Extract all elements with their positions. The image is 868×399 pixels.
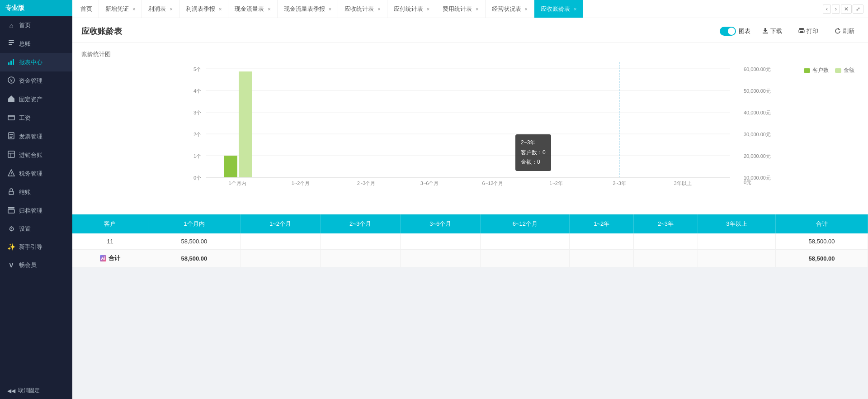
sidebar-item-fund[interactable]: ¥ 资金管理 xyxy=(0,71,72,90)
refresh-btn[interactable]: 刷新 xyxy=(830,25,859,37)
report-icon xyxy=(7,58,15,66)
tab-label: 费用统计表 xyxy=(443,5,472,13)
total-cell-y3plus xyxy=(698,250,775,267)
salary-icon xyxy=(7,114,15,122)
tab-expense-stats[interactable]: 费用统计表 × xyxy=(436,0,485,18)
print-btn[interactable]: 打印 xyxy=(794,25,823,37)
tab-label: 应收统计表 xyxy=(344,5,374,13)
aging-table: 客户 1个月内 1~2个月 2~3个月 3~6个月 6~12个月 1~2年 2~… xyxy=(72,214,868,267)
sidebar-item-guide[interactable]: ✨ 新手引导 xyxy=(0,238,72,256)
svg-text:3年以上: 3年以上 xyxy=(674,180,691,186)
sidebar-item-label: 结账 xyxy=(19,188,31,196)
sidebar-collapse-btn[interactable]: ◀◀ 取消固定 xyxy=(0,382,72,399)
tab-close-icon[interactable]: × xyxy=(170,6,172,12)
tab-profit[interactable]: 利润表 × xyxy=(142,0,179,18)
tab-close-icon[interactable]: × xyxy=(329,6,331,12)
svg-rect-2 xyxy=(9,44,12,45)
tab-label: 新增凭证 xyxy=(105,5,129,13)
tab-label: 应收账龄表 xyxy=(541,5,570,13)
tab-label: 首页 xyxy=(80,5,92,13)
cell-y3plus xyxy=(698,233,775,250)
cell-m612 xyxy=(481,233,570,250)
svg-text:0个: 0个 xyxy=(193,175,201,180)
tab-cashflow[interactable]: 现金流量表 × xyxy=(228,0,277,18)
legend-amount-label: 金额 xyxy=(844,66,854,74)
tab-operations[interactable]: 经营状况表 × xyxy=(486,0,534,18)
print-label: 打印 xyxy=(807,27,818,35)
sidebar-item-label: 新手引导 xyxy=(19,243,42,251)
sidebar-item-label: 固定资产 xyxy=(19,95,42,104)
tab-close-icon[interactable]: × xyxy=(476,6,478,12)
svg-rect-28 xyxy=(800,31,803,33)
col-header-m23: 2~3个月 xyxy=(321,214,401,233)
page-header: 应收账龄表 图表 下载 打印 xyxy=(72,18,868,43)
svg-rect-25 xyxy=(763,33,768,33)
tab-close-all-btn[interactable]: ✕ xyxy=(841,5,852,14)
refresh-icon xyxy=(835,28,841,35)
svg-marker-9 xyxy=(8,95,14,99)
tab-new-voucher[interactable]: 新增凭证 × xyxy=(99,0,142,18)
sidebar-item-salary[interactable]: 工资 xyxy=(0,109,72,127)
sidebar-item-home[interactable]: ⌂ 首页 xyxy=(0,16,72,34)
tab-close-icon[interactable]: × xyxy=(132,6,135,12)
tab-label: 现金流量表季报 xyxy=(284,5,325,13)
download-btn[interactable]: 下载 xyxy=(758,25,787,37)
total-label-text: 合计 xyxy=(108,254,120,262)
svg-text:1个: 1个 xyxy=(193,153,201,159)
ledger-icon xyxy=(7,39,15,48)
sidebar-item-ledger[interactable]: 总账 xyxy=(0,34,72,53)
sidebar-item-settings[interactable]: ⚙ 设置 xyxy=(0,220,72,238)
total-cell-m23 xyxy=(321,250,401,267)
invoice-icon xyxy=(7,132,15,141)
tab-close-icon[interactable]: × xyxy=(427,6,429,12)
svg-text:2~3年: 2~3年 xyxy=(613,180,626,186)
svg-text:¥: ¥ xyxy=(9,78,13,83)
stock-icon xyxy=(7,151,15,159)
svg-text:40,000.00元: 40,000.00元 xyxy=(744,110,771,115)
tab-profit-quarterly[interactable]: 利润表季报 × xyxy=(179,0,228,18)
content-area: 应收账龄表 图表 下载 打印 xyxy=(72,18,868,399)
tab-close-icon[interactable]: × xyxy=(377,6,380,12)
col-header-customer: 客户 xyxy=(72,214,148,233)
tab-receivable-aging[interactable]: 应收账龄表 × xyxy=(534,0,583,18)
sidebar-item-label: 进销台账 xyxy=(19,151,42,159)
tab-next-btn[interactable]: › xyxy=(832,5,840,14)
cell-m36 xyxy=(401,233,481,250)
svg-text:0元: 0元 xyxy=(744,180,751,185)
tab-close-icon[interactable]: × xyxy=(219,6,222,12)
sidebar-item-vip[interactable]: V 畅会员 xyxy=(0,256,72,274)
svg-rect-23 xyxy=(8,207,14,209)
cell-y12 xyxy=(570,233,634,250)
total-cell-total: 58,500.00 xyxy=(776,250,868,267)
total-cell-m612 xyxy=(481,250,570,267)
sidebar-item-invoice[interactable]: 发票管理 xyxy=(0,127,72,146)
home-icon: ⌂ xyxy=(7,22,15,29)
svg-text:1~2年: 1~2年 xyxy=(549,180,563,186)
tab-receivable-stats[interactable]: 应收统计表 × xyxy=(338,0,387,18)
tab-close-icon[interactable]: × xyxy=(525,6,528,12)
tab-prev-btn[interactable]: ‹ xyxy=(823,5,831,14)
sidebar-item-report[interactable]: 报表中心 xyxy=(0,53,72,71)
tab-expand-btn[interactable]: ⤢ xyxy=(853,5,863,14)
sidebar-item-asset[interactable]: 固定资产 xyxy=(0,90,72,109)
tab-cashflow-quarterly[interactable]: 现金流量表季报 × xyxy=(278,0,338,18)
sidebar-item-archive[interactable]: 归档管理 xyxy=(0,201,72,220)
svg-rect-15 xyxy=(9,137,12,138)
svg-text:20,000.00元: 20,000.00元 xyxy=(744,153,771,159)
chart-toggle[interactable] xyxy=(720,27,736,36)
col-header-y12: 1~2年 xyxy=(570,214,634,233)
sidebar-item-tax[interactable]: 税务管理 xyxy=(0,164,72,183)
tab-close-icon[interactable]: × xyxy=(268,6,270,12)
table-total-row: Ai 合计 58,500.00 58,500.00 xyxy=(72,250,868,267)
total-icon: Ai xyxy=(100,255,106,261)
col-header-y23: 2~3年 xyxy=(634,214,698,233)
tab-navigation: ‹ › ✕ ⤢ xyxy=(820,5,866,14)
tab-home[interactable]: 首页 xyxy=(74,0,99,18)
tab-close-icon[interactable]: × xyxy=(574,6,576,12)
legend-amount: 金额 xyxy=(835,66,854,74)
chart-toggle-group: 图表 xyxy=(720,27,750,36)
sidebar-item-stock[interactable]: 进销台账 xyxy=(0,146,72,164)
tab-payable-stats[interactable]: 应付统计表 × xyxy=(387,0,436,18)
table-header-row: 客户 1个月内 1~2个月 2~3个月 3~6个月 6~12个月 1~2年 2~… xyxy=(72,214,868,233)
sidebar-item-close-accounts[interactable]: 结账 xyxy=(0,183,72,201)
